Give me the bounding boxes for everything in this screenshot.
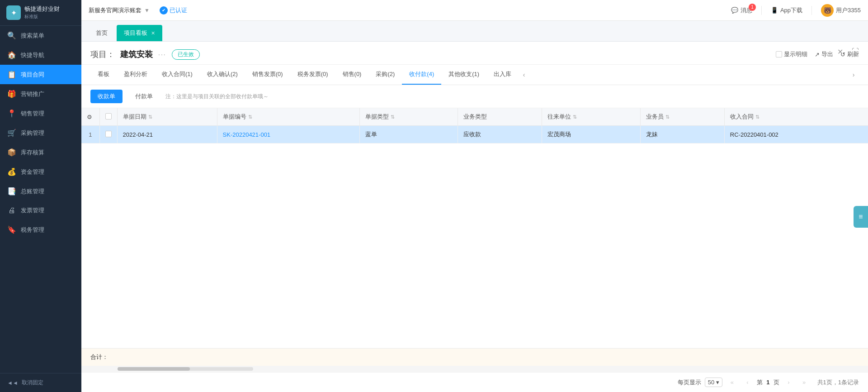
show-detail-label[interactable]: 显示明细 xyxy=(776,50,807,58)
th-salesperson-label: 业务员 xyxy=(646,113,664,121)
tab-project-label: 项目看板 xyxy=(124,29,147,37)
app-download-btn[interactable]: 📱 App下载 xyxy=(771,6,802,14)
page-size-select[interactable]: 50 ▾ xyxy=(705,378,722,387)
messages-btn[interactable]: 💬 消息 1 xyxy=(731,6,752,14)
sidebar-item-quicknav[interactable]: 🏠快捷导航 xyxy=(0,45,81,65)
right-float-btn[interactable]: ≡ xyxy=(854,206,868,228)
app-title: 畅捷通好业财 xyxy=(24,5,60,13)
th-settings[interactable]: ⚙ xyxy=(81,108,99,126)
data-table: ⚙ 单据日期 ⇅ 单据编号 xyxy=(81,108,868,143)
sub-nav-item-0[interactable]: 销售(0) xyxy=(335,65,369,85)
certified-label: 已认证 xyxy=(170,6,187,14)
window-controls: ✕ ⛶ xyxy=(835,46,861,57)
sidebar-item-ledger[interactable]: 📑总账管理 xyxy=(0,182,81,201)
row-check[interactable] xyxy=(99,126,117,143)
table-header-row: ⚙ 单据日期 ⇅ 单据编号 xyxy=(81,108,868,126)
th-partner[interactable]: 往来单位 ⇅ xyxy=(542,108,640,126)
topbar-left: 新服务官网演示账套 ▼ ✔ 已认证 xyxy=(89,6,726,14)
page-first-btn[interactable]: « xyxy=(726,377,738,388)
h-scrollbar-thumb[interactable] xyxy=(118,367,190,371)
topbar: 新服务官网演示账套 ▼ ✔ 已认证 💬 消息 1 📱 App下载 🐻 用户335… xyxy=(81,0,868,21)
tab-project-kanban[interactable]: 项目看板 ✕ xyxy=(117,25,162,41)
page-current-number: 1 xyxy=(766,379,769,386)
sub-nav: 看板盈利分析收入合同(1)收入确认(2)销售发票(0)税务发票(0)销售(0)采… xyxy=(81,65,868,85)
th-income-contract[interactable]: 收入合同 ⇅ xyxy=(724,108,868,126)
sub-nav-item-2[interactable]: 收入确认(2) xyxy=(200,65,245,85)
nav-next-btn[interactable]: › xyxy=(848,69,859,80)
sub-nav-item-[interactable]: 出入库 xyxy=(486,65,519,85)
close-window-btn[interactable]: ✕ xyxy=(835,46,845,57)
sidebar-item-label-project: 项目合同 xyxy=(21,71,44,79)
h-scrollbar-track[interactable] xyxy=(118,367,253,371)
sidebar-item-sales[interactable]: 📍销售管理 xyxy=(0,104,81,123)
page-area: ✕ ⛶ ≡ 项目： 建筑安装 ··· 已生效 显示明细 ↗ 导出 xyxy=(81,42,868,392)
project-label-prefix: 项目： xyxy=(90,49,115,60)
th-date[interactable]: 单据日期 ⇅ xyxy=(117,108,217,126)
export-icon: ↗ xyxy=(815,51,820,58)
toolbar-note: 注：这里是与项目关联的全部收付款单哦～ xyxy=(165,93,269,100)
account-name: 新服务官网演示账套 xyxy=(89,6,142,14)
row-date: 2022-04-21 xyxy=(117,126,217,143)
th-income-contract-label: 收入合同 xyxy=(730,113,754,121)
tax-icon: 🔖 xyxy=(7,225,16,234)
sidebar-item-inventory[interactable]: 📦库存核算 xyxy=(0,143,81,162)
app-logo: ✦ xyxy=(6,5,21,20)
th-type-label: 单据类型 xyxy=(365,113,389,121)
project-icon: 📋 xyxy=(7,70,16,79)
th-number[interactable]: 单据编号 ⇅ xyxy=(217,108,359,126)
sub-nav-item-1[interactable]: 其他收支(1) xyxy=(441,65,486,85)
project-more-btn[interactable]: ··· xyxy=(158,51,166,58)
sidebar-item-marketing[interactable]: 🎁营销推广 xyxy=(0,84,81,104)
nav-prev-btn[interactable]: ‹ xyxy=(519,69,529,80)
sales-icon: 📍 xyxy=(7,109,16,118)
page-next-btn[interactable]: › xyxy=(783,377,795,388)
sidebar-item-funds[interactable]: 💰资金管理 xyxy=(0,162,81,182)
row-checkbox-0[interactable] xyxy=(105,131,112,137)
page-size-dropdown-icon: ▾ xyxy=(716,379,719,386)
sidebar-item-project[interactable]: 📋项目合同 xyxy=(0,65,81,84)
page-prev-btn[interactable]: ‹ xyxy=(741,377,753,388)
row-partner: 宏茂商场 xyxy=(542,126,640,143)
select-all-checkbox[interactable] xyxy=(105,113,112,120)
app-edition: 标准版 xyxy=(24,14,60,20)
sidebar-item-label-invoice: 发票管理 xyxy=(21,206,44,215)
sub-nav-item-0[interactable]: 税务发票(0) xyxy=(290,65,335,85)
th-type[interactable]: 单据类型 ⇅ xyxy=(359,108,458,126)
phone-icon: 📱 xyxy=(771,7,778,14)
user-avatar: 🐻 xyxy=(821,4,834,17)
row-number-link[interactable]: SK-20220421-001 xyxy=(223,131,271,138)
user-btn[interactable]: 🐻 用户3355 xyxy=(821,4,861,17)
sidebar-item-purchase[interactable]: 🛒采购管理 xyxy=(0,123,81,143)
sub-nav-item-1[interactable]: 收入合同(1) xyxy=(155,65,200,85)
tab-home[interactable]: 首页 xyxy=(89,25,115,41)
sub-nav-item-2[interactable]: 采购(2) xyxy=(368,65,402,85)
sub-nav-item-[interactable]: 看板 xyxy=(90,65,117,85)
payments-tab-btn[interactable]: 付款单 xyxy=(128,90,160,103)
th-number-label: 单据编号 xyxy=(223,113,246,121)
inventory-icon: 📦 xyxy=(7,148,16,157)
th-salesperson[interactable]: 业务员 ⇅ xyxy=(640,108,724,126)
table-container[interactable]: ⚙ 单据日期 ⇅ 单据编号 xyxy=(81,108,868,348)
maximize-window-btn[interactable]: ⛶ xyxy=(850,46,861,57)
project-title: 建筑安装 xyxy=(120,49,153,60)
sidebar-item-invoice[interactable]: 🖨发票管理 xyxy=(0,201,81,220)
export-btn[interactable]: ↗ 导出 xyxy=(815,50,833,58)
sub-nav-item-[interactable]: 盈利分析 xyxy=(117,65,155,85)
th-check xyxy=(99,108,117,126)
scrollbar-row xyxy=(81,366,868,372)
sub-nav-item-4[interactable]: 收付款(4) xyxy=(402,65,441,85)
page-last-btn[interactable]: » xyxy=(798,377,810,388)
tab-close-icon[interactable]: ✕ xyxy=(151,30,155,36)
show-detail-checkbox[interactable] xyxy=(776,51,782,57)
account-dropdown-icon[interactable]: ▼ xyxy=(144,7,150,14)
unpin-icon: ◄◄ xyxy=(7,380,18,386)
row-number[interactable]: SK-20220421-001 xyxy=(217,126,359,143)
app-download-label: App下载 xyxy=(780,6,802,14)
sidebar-item-search[interactable]: 🔍搜索菜单 xyxy=(0,26,81,45)
receipts-tab-btn[interactable]: 收款单 xyxy=(90,90,123,103)
table-row[interactable]: 1 2022-04-21 SK-20220421-001 蓝单 应收款 宏茂商场… xyxy=(81,126,868,143)
sidebar-unpin-btn[interactable]: ◄◄ 取消固定 xyxy=(0,373,81,392)
sub-nav-item-0[interactable]: 销售发票(0) xyxy=(245,65,290,85)
topbar-divider-2 xyxy=(811,6,812,15)
sidebar-item-tax[interactable]: 🔖税务管理 xyxy=(0,220,81,239)
